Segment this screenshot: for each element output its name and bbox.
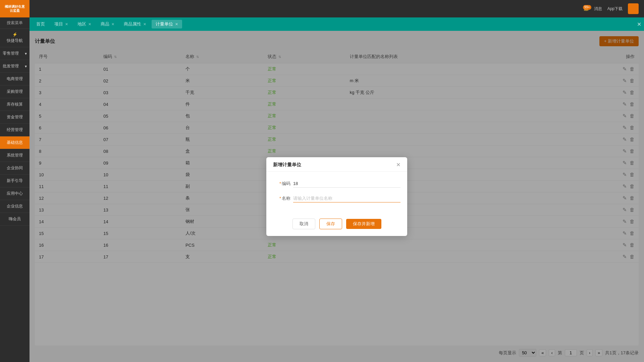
content-area: 计量单位 + 新增计量单位 序号 编码 ⇅ 名称 ⇅ 状态 ⇅ 计量单位匹配的名… [30,31,644,362]
name-label: *名称 [273,195,293,201]
tab-home[interactable]: 首页 [32,20,49,28]
name-input[interactable] [293,194,400,202]
form-row-code: *编码 [273,180,400,188]
sidebar-item-operation[interactable]: 经营管理 [0,124,30,136]
sidebar-item-inventory[interactable]: 库存核算 [0,98,30,111]
tab-close-icon[interactable]: ✕ [88,22,91,26]
sidebar-item-nav[interactable]: ⚡ 快捷导航 [0,29,30,47]
tab-bar-close-btn[interactable]: ✕ [637,21,641,27]
cancel-button[interactable]: 取消 [292,219,315,229]
sidebar-item-label: 资金管理 [7,114,23,120]
sidebar-item-label: 应用中心 [7,191,23,196]
sidebar-item-label: 采购管理 [7,89,23,95]
modal-footer: 取消 保存 保存并新增 [266,215,407,236]
tab-region[interactable]: 地区 ✕ [73,20,95,28]
tab-label: 商品 [101,21,109,27]
app-download-label[interactable]: App下载 [607,6,623,12]
tab-close-icon[interactable]: ✕ [65,22,68,26]
header-icons: 🔔 99+ 消息 App下载 [584,3,639,14]
sidebar-item-label: 经营管理 [7,127,23,133]
sidebar-item-wholesale[interactable]: 批发管理 ▾ [0,60,30,73]
sidebar-item-ecommerce[interactable]: 电商管理 [0,73,30,85]
modal-title: 新增计量单位 [273,162,301,168]
user-avatar[interactable] [628,3,639,14]
main-area: 🔔 99+ 消息 App下载 首页 项目 ✕ 地区 ✕ 商品 ✕ 商品属性 ✕ [30,0,644,362]
app-logo: 橘林调好生意 云监盈 [0,0,30,17]
tab-close-icon[interactable]: ✕ [175,22,178,26]
tab-label: 项目 [54,21,63,27]
tab-label: 地区 [77,21,86,27]
required-mark: * [279,196,281,201]
add-measure-unit-modal: 新增计量单位 ✕ *编码 *名称 [266,157,407,236]
tab-close-icon[interactable]: ✕ [111,22,114,26]
form-row-name: *名称 [273,194,400,202]
sidebar-item-enterprise[interactable]: 企业信息 [0,200,30,213]
tab-label: 计量单位 [156,21,173,27]
sidebar-item-label: 快捷导航 [7,38,23,44]
modal-overlay[interactable]: 新增计量单位 ✕ *编码 *名称 [30,31,644,362]
sidebar-item-member[interactable]: 嗨会员 [0,213,30,226]
sidebar-item-system[interactable]: 系统管理 [0,149,30,162]
logo-image: 橘林调好生意 云监盈 [5,3,25,14]
code-label: *编码 [273,181,293,187]
sidebar-item-label: 电商管理 [7,76,23,82]
tab-close-icon[interactable]: ✕ [143,22,146,26]
sidebar-item-label: 嗨会员 [9,216,21,222]
sidebar-item-retail[interactable]: 零售管理 ▾ [0,47,30,60]
nav-icon: ⚡ [12,32,17,37]
save-button[interactable]: 保存 [319,219,342,229]
sidebar-item-label: 企业信息 [7,203,23,209]
sidebar-item-guide[interactable]: 新手引导 [0,175,30,187]
sidebar-item-label: 系统管理 [7,153,23,158]
sidebar-item-label: 新手引导 [7,178,23,184]
chevron-down-icon: ▾ [25,64,27,69]
tab-label: 商品属性 [124,21,141,27]
tab-bar: 首页 项目 ✕ 地区 ✕ 商品 ✕ 商品属性 ✕ 计量单位 ✕ ✕ [30,17,644,31]
top-header: 🔔 99+ 消息 App下载 [30,0,644,17]
tab-product[interactable]: 商品 ✕ [97,20,118,28]
save-and-new-button[interactable]: 保存并新增 [346,219,381,229]
sidebar-item-label: 库存核算 [7,102,23,107]
modal-header: 新增计量单位 ✕ [266,157,407,172]
notification-badge[interactable]: 🔔 99+ [584,6,589,11]
tab-product-attr[interactable]: 商品属性 ✕ [120,20,150,28]
modal-body: *编码 *名称 [266,172,407,215]
required-mark: * [279,181,281,186]
sidebar-item-app-center[interactable]: 应用中心 [0,187,30,200]
sidebar-item-label: 企业协同 [7,165,23,171]
modal-close-button[interactable]: ✕ [396,162,400,168]
sidebar-item-label: 批发管理 [3,63,19,69]
notification-label[interactable]: 消息 [594,6,602,12]
notification-count: 99+ [583,5,591,10]
tab-label: 首页 [36,21,45,27]
tab-project[interactable]: 项目 ✕ [50,20,72,28]
sidebar-item-basic[interactable]: 基础信息 [0,136,30,149]
sidebar-item-finance[interactable]: 资金管理 [0,111,30,124]
sidebar-item-label: 零售管理 [3,51,19,56]
tab-measure-unit[interactable]: 计量单位 ✕ [152,20,182,28]
sidebar-item-purchase[interactable]: 采购管理 [0,85,30,98]
sidebar-item-label: 基础信息 [7,140,23,145]
code-input[interactable] [293,180,400,188]
sidebar-search[interactable]: 搜索菜单 [0,17,30,29]
sidebar: 橘林调好生意 云监盈 搜索菜单 ⚡ 快捷导航 零售管理 ▾ 批发管理 ▾ 电商管… [0,0,30,362]
chevron-down-icon: ▾ [25,51,27,56]
sidebar-item-partner[interactable]: 企业协同 [0,162,30,175]
